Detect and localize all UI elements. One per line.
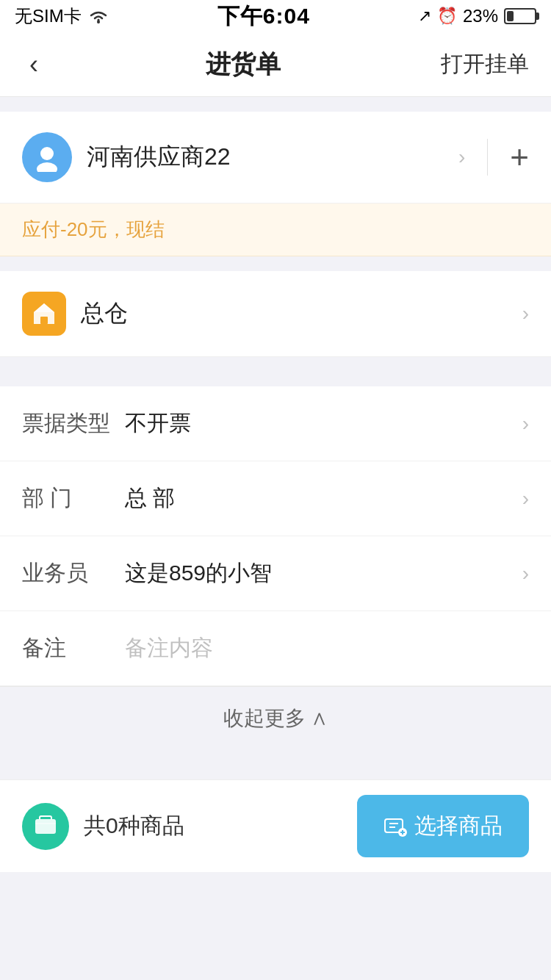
status-left: 无SIM卡 (15, 4, 109, 28)
salesperson-chevron-icon: › (522, 562, 529, 586)
department-chevron-icon: › (522, 487, 529, 511)
background-fill (0, 872, 551, 980)
svg-point-2 (37, 162, 57, 172)
alarm-icon: ⏰ (437, 7, 457, 26)
select-product-button[interactable]: 选择商品 (357, 795, 529, 857)
add-supplier-button[interactable]: + (510, 141, 529, 173)
product-count-text: 共0种商品 (84, 811, 357, 841)
status-time: 下午6:04 (217, 1, 310, 32)
invoice-type-row[interactable]: 票据类型 不开票 › (0, 386, 551, 461)
user-icon (32, 143, 62, 172)
section-gap-1 (0, 97, 551, 112)
warehouse-row[interactable]: 总仓 › (0, 271, 551, 357)
wifi-icon (87, 8, 109, 24)
product-icon (22, 803, 69, 850)
select-product-label: 选择商品 (414, 811, 503, 841)
bottom-bar: 共0种商品 选择商品 (0, 779, 551, 872)
warehouse-section: 总仓 › (0, 271, 551, 357)
department-value: 总 部 (125, 483, 522, 514)
salesperson-row[interactable]: 业务员 这是859的小智 › (0, 536, 551, 611)
warehouse-icon (22, 292, 66, 336)
svg-point-1 (40, 147, 54, 160)
carrier-text: 无SIM卡 (15, 4, 82, 28)
notice-text: 应付-20元，现结 (22, 218, 165, 240)
status-bar: 无SIM卡 下午6:04 ↗ ⏰ 23% (0, 0, 551, 32)
remark-label: 备注 (22, 633, 125, 663)
page-title: 进货单 (206, 48, 281, 82)
nav-bar: ‹ 进货单 打开挂单 (0, 32, 551, 97)
house-icon (31, 300, 57, 327)
back-button[interactable]: ‹ (22, 44, 46, 85)
battery-text: 23% (463, 6, 498, 26)
svg-point-0 (97, 21, 100, 24)
battery-icon (504, 8, 536, 24)
supplier-row-right: › + (458, 139, 529, 176)
svg-point-6 (48, 834, 51, 837)
location-icon: ↗ (418, 7, 431, 26)
collapse-label: 收起更多 ∧ (223, 707, 328, 729)
warehouse-chevron-icon: › (522, 302, 529, 325)
invoice-type-value: 不开票 (125, 408, 522, 439)
section-gap-3 (0, 357, 551, 372)
open-pending-button[interactable]: 打开挂单 (441, 49, 529, 79)
warehouse-name: 总仓 (81, 298, 522, 330)
section-gap-2 (0, 256, 551, 271)
invoice-type-chevron-icon: › (522, 412, 529, 436)
form-section: 票据类型 不开票 › 部 门 总 部 › 业务员 这是859的小智 › 备注 备… (0, 386, 551, 686)
salesperson-label: 业务员 (22, 558, 125, 588)
status-right: ↗ ⏰ 23% (418, 6, 536, 26)
cart-icon (32, 813, 59, 840)
remark-value: 备注内容 (125, 633, 529, 663)
collapse-bar[interactable]: 收起更多 ∧ (0, 686, 551, 750)
notice-bar: 应付-20元，现结 (0, 203, 551, 256)
svg-point-5 (40, 834, 43, 837)
supplier-section: 河南供应商22 › + 应付-20元，现结 (0, 112, 551, 256)
section-gap-4 (0, 750, 551, 765)
department-label: 部 门 (22, 483, 125, 514)
row-divider (487, 139, 488, 176)
svg-rect-4 (35, 819, 56, 834)
supplier-chevron-icon: › (458, 145, 465, 169)
department-row[interactable]: 部 门 总 部 › (0, 461, 551, 536)
supplier-avatar (22, 132, 72, 182)
invoice-type-label: 票据类型 (22, 408, 125, 439)
select-product-icon (383, 815, 407, 838)
remark-row[interactable]: 备注 备注内容 (0, 611, 551, 686)
svg-rect-3 (40, 317, 48, 324)
salesperson-value: 这是859的小智 (125, 558, 522, 588)
supplier-name: 河南供应商22 (87, 141, 458, 173)
supplier-row[interactable]: 河南供应商22 › + (0, 112, 551, 203)
